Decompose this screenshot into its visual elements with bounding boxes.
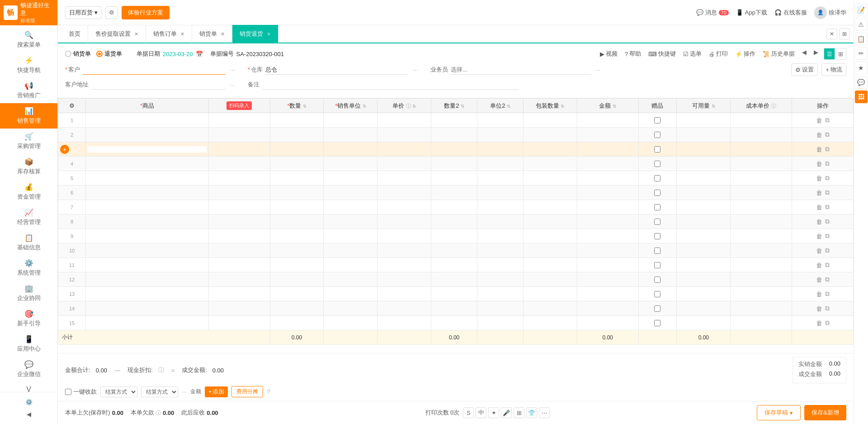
- sidebar-item-system[interactable]: ⚙️ 系统管理: [0, 255, 57, 281]
- tab-sales-order[interactable]: 销售订单 ✕: [146, 25, 192, 43]
- user-avatar[interactable]: 👤 徐泽华: [814, 6, 846, 19]
- delete-row-icon[interactable]: 🗑: [816, 305, 822, 312]
- radio-return[interactable]: 退货单: [96, 50, 122, 58]
- delete-row-icon[interactable]: 🗑: [816, 233, 822, 240]
- scan-button[interactable]: 扫码录入: [226, 101, 252, 110]
- delete-row-icon[interactable]: 🗑: [816, 131, 822, 138]
- gift-checkbox[interactable]: [654, 291, 660, 297]
- operate-button[interactable]: ⚡ 操作: [733, 48, 757, 60]
- breadcrumb-select[interactable]: 日用百货 ▾: [65, 6, 102, 19]
- add-logistics-button[interactable]: + 物流: [821, 63, 846, 76]
- warehouse-input[interactable]: [265, 65, 408, 75]
- right-panel-btn-4[interactable]: ✏: [855, 47, 868, 60]
- col-settings-button[interactable]: ⚙ 设置: [791, 63, 818, 76]
- print-button[interactable]: 🖨 打印: [707, 48, 730, 60]
- sidebar-item-operations[interactable]: 📈 经营管理: [0, 205, 57, 230]
- trial-button[interactable]: 体验行业方案: [122, 6, 170, 19]
- calc-method-select[interactable]: 结算方式: [141, 386, 178, 397]
- toolbar-icon-4[interactable]: 🎤: [501, 407, 512, 418]
- gift-checkbox[interactable]: [654, 117, 660, 124]
- history-button[interactable]: 📜 历史单据: [761, 48, 797, 60]
- tab-price-settings[interactable]: 售价提取设置 ✕: [88, 25, 146, 43]
- goods-input[interactable]: [88, 146, 207, 152]
- delete-row-icon[interactable]: 🗑: [816, 146, 822, 153]
- delete-row-icon[interactable]: 🗑: [816, 262, 822, 269]
- save-draft-button[interactable]: 保存草稿 ▾: [757, 405, 801, 420]
- sidebar-item-basic-info[interactable]: 📋 基础信息: [0, 230, 57, 255]
- copy-row-icon[interactable]: ⧉: [825, 203, 830, 211]
- tab-home[interactable]: 首页: [61, 25, 88, 43]
- copy-row-icon[interactable]: ⧉: [825, 131, 830, 138]
- delete-row-icon[interactable]: 🗑: [816, 319, 822, 327]
- sidebar-item-enterprise[interactable]: 🏢 企业协同: [0, 281, 57, 306]
- app-download-button[interactable]: 📱 App下载: [736, 9, 767, 17]
- grid-view-button[interactable]: ⊞: [835, 48, 846, 59]
- delete-row-icon[interactable]: 🗑: [816, 189, 822, 196]
- gift-checkbox[interactable]: [654, 276, 660, 283]
- copy-row-icon[interactable]: ⧉: [825, 319, 830, 327]
- toolbar-icon-6[interactable]: 👕: [526, 407, 537, 418]
- sidebar-item-sales[interactable]: 📊 销售管理: [0, 103, 57, 129]
- sidebar-settings-btn[interactable]: ⚙️: [0, 396, 57, 408]
- tab-sales-delivery-close-icon[interactable]: ✕: [221, 31, 225, 37]
- sidebar-item-wechat[interactable]: 💬 企业微信: [0, 357, 57, 382]
- address-dots-button[interactable]: ···: [228, 81, 237, 88]
- expand-tabs-button[interactable]: ⊞: [839, 29, 850, 39]
- toolbar-icon-5[interactable]: ⊞: [514, 407, 524, 418]
- gift-checkbox[interactable]: [654, 190, 660, 196]
- gift-checkbox[interactable]: [654, 262, 660, 268]
- radio-sales-delivery[interactable]: 销货单: [65, 50, 91, 58]
- gift-checkbox[interactable]: [654, 248, 660, 254]
- delete-row-icon[interactable]: 🗑: [816, 175, 822, 182]
- copy-row-icon[interactable]: ⧉: [825, 174, 830, 182]
- col-settings-header[interactable]: ⚙: [58, 99, 86, 113]
- delete-row-icon[interactable]: 🗑: [816, 117, 822, 124]
- copy-row-icon[interactable]: ⧉: [825, 261, 830, 269]
- copy-row-icon[interactable]: ⧉: [825, 232, 830, 240]
- delete-row-icon[interactable]: 🗑: [816, 204, 822, 211]
- delete-row-icon[interactable]: 🗑: [816, 160, 822, 167]
- toolbar-icon-2[interactable]: 中: [476, 407, 486, 418]
- sidebar-item-purchase[interactable]: 🛒 采购管理: [0, 129, 57, 154]
- one-click-payment-check[interactable]: [65, 389, 71, 395]
- sidebar-item-marketing[interactable]: 📢 营销推广: [0, 78, 57, 103]
- copy-row-icon[interactable]: ⧉: [825, 305, 830, 312]
- customer-address-input[interactable]: [91, 80, 226, 90]
- gift-checkbox[interactable]: [654, 219, 660, 225]
- gift-checkbox[interactable]: [654, 132, 660, 138]
- tab-sales-return-close-icon[interactable]: ✕: [267, 31, 271, 37]
- delete-row-icon[interactable]: 🗑: [816, 276, 822, 283]
- copy-row-icon[interactable]: ⧉: [825, 145, 830, 153]
- tab-sales-return[interactable]: 销货退货 ✕: [232, 25, 278, 43]
- salesperson-dots-button[interactable]: ···: [594, 67, 602, 73]
- calendar-icon[interactable]: 📅: [196, 51, 203, 57]
- right-panel-btn-1[interactable]: 📝: [855, 4, 868, 16]
- nav-next-button[interactable]: ▶: [812, 48, 820, 60]
- sidebar-item-finance[interactable]: 💰 资金管理: [0, 179, 57, 205]
- delete-row-icon[interactable]: 🗑: [816, 247, 822, 254]
- copy-row-icon[interactable]: ⧉: [825, 218, 830, 225]
- copy-row-icon[interactable]: ⧉: [825, 160, 830, 167]
- right-panel-btn-3[interactable]: 📋: [855, 33, 868, 45]
- one-click-payment-checkbox[interactable]: 一键收款: [65, 388, 97, 396]
- save-new-button[interactable]: 保存&新增: [804, 405, 846, 420]
- list-view-button[interactable]: ☰: [824, 48, 835, 59]
- shortcut-button[interactable]: ⌨ 快捷键: [646, 48, 678, 60]
- toolbar-icon-3[interactable]: ✦: [488, 407, 499, 418]
- sidebar-collapse-btn[interactable]: ◀: [0, 408, 57, 420]
- delete-row-icon[interactable]: 🗑: [816, 218, 822, 225]
- gift-checkbox[interactable]: [654, 320, 660, 326]
- right-panel-btn-2[interactable]: ⚠: [855, 18, 868, 31]
- expense-split-button[interactable]: 费用分摊: [231, 386, 263, 397]
- gift-checkbox[interactable]: [654, 204, 660, 210]
- copy-row-icon[interactable]: ⧉: [825, 247, 830, 254]
- sidebar-item-inventory[interactable]: 📦 库存核算: [0, 154, 57, 179]
- right-panel-btn-5[interactable]: ★: [855, 62, 868, 74]
- tab-sales-order-close-icon[interactable]: ✕: [180, 31, 184, 37]
- online-service-button[interactable]: 🎧 在线客服: [774, 9, 807, 17]
- gift-checkbox[interactable]: [654, 161, 660, 167]
- help-button[interactable]: ? 帮助: [623, 48, 643, 60]
- nav-prev-button[interactable]: ◀: [800, 48, 808, 60]
- toolbar-icon-7[interactable]: ⋯: [539, 407, 550, 418]
- note-input[interactable]: [262, 80, 519, 90]
